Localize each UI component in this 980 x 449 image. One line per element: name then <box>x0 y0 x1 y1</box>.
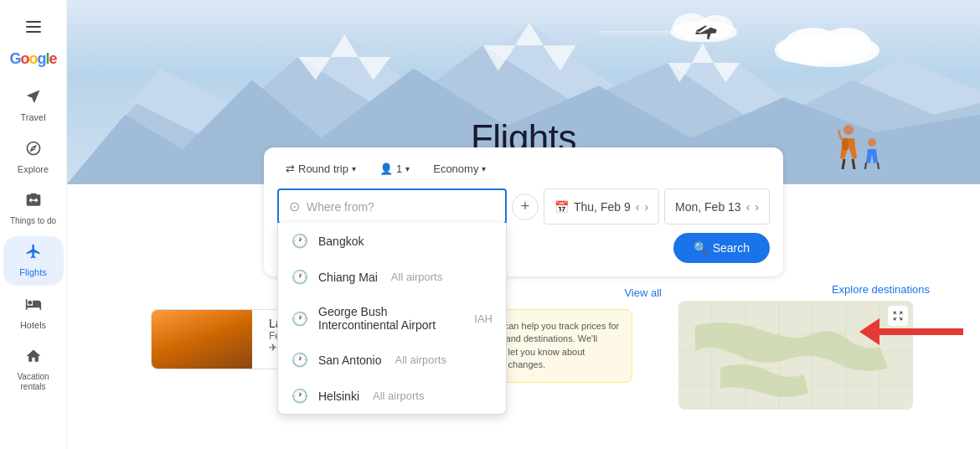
date-field-return[interactable]: Mon, Feb 13 ‹ › <box>664 188 770 224</box>
flights-icon <box>25 243 42 264</box>
figure-illustration <box>836 123 879 169</box>
things-to-do-icon <box>25 192 42 213</box>
travel-icon <box>25 88 42 109</box>
hotels-icon <box>25 296 42 317</box>
history-icon-san-antonio: 🕐 <box>291 352 308 368</box>
sidebar-item-flights[interactable]: Flights <box>3 236 64 285</box>
cabin-chevron: ▾ <box>482 164 486 173</box>
dropdown-item-bangkok[interactable]: 🕐 Bangkok <box>278 223 506 259</box>
sidebar-label-flights: Flights <box>19 267 46 278</box>
add-destination-button[interactable]: + <box>512 194 539 220</box>
dropdown-item-label-bangkok: Bangkok <box>318 235 364 248</box>
history-icon-bangkok: 🕐 <box>291 233 308 249</box>
trip-type-chevron: ▾ <box>352 164 356 173</box>
passengers-button[interactable]: 👤 1 ▾ <box>371 157 418 180</box>
dropdown-code-george-bush: IAH <box>474 312 493 325</box>
airplane-area <box>695 23 720 44</box>
from-field[interactable]: ⊙ Where from? <box>277 188 507 224</box>
date-field-depart[interactable]: 📅 Thu, Feb 9 ‹ › <box>544 188 659 224</box>
date2-prev[interactable]: ‹ <box>746 200 750 214</box>
explore-destinations-link[interactable]: Explore destinations <box>678 283 930 296</box>
sidebar-item-vacation[interactable]: Vacation rentals <box>3 341 64 399</box>
dropdown-item-chiang-mai[interactable]: 🕐 Chiang Mai All airports <box>278 259 506 295</box>
dropdown-suffix-chiang-mai: All airports <box>391 271 442 283</box>
sidebar-label-explore: Explore <box>18 164 49 175</box>
hamburger-line-1 <box>26 21 41 23</box>
sidebar-item-hotels[interactable]: Hotels <box>3 289 64 338</box>
sidebar-item-explore[interactable]: Explore <box>3 133 64 182</box>
dropdown-item-label-helsinki: Helsinki <box>318 390 359 403</box>
svg-rect-16 <box>842 138 848 150</box>
bottom-section: View all Las Vegas Feb 5–12 ✈ Nonstop · … <box>67 276 980 416</box>
arrow-head <box>859 318 879 345</box>
person-icon: 👤 <box>379 163 393 175</box>
red-arrow-indicator <box>859 318 963 345</box>
sidebar-label-things: Things to do <box>10 216 56 226</box>
dropdown-item-george-bush[interactable]: 🕐 George Bush Intercontinental Airport I… <box>278 295 506 342</box>
arrow-shaft <box>879 328 963 335</box>
dropdown-item-san-antonio[interactable]: 🕐 San Antonio All airports <box>278 342 506 378</box>
calendar-icon: 📅 <box>554 200 569 214</box>
dropdown-suffix-san-antonio: All airports <box>395 354 446 366</box>
page-wrapper: Google Travel Explore Things to do Fligh <box>0 0 980 449</box>
date1-prev[interactable]: ‹ <box>636 200 640 214</box>
return-date: Mon, Feb 13 <box>675 200 741 214</box>
nonstop-icon: ✈ <box>269 342 277 354</box>
dropdown-item-label-san-antonio: San Antonio <box>318 354 382 367</box>
search-options: ⇄ Round trip ▾ 👤 1 ▾ Economy ▾ <box>277 157 770 180</box>
svg-point-9 <box>775 38 817 63</box>
cabin-class-label: Economy <box>433 163 478 175</box>
sidebar-label-travel: Travel <box>20 112 45 123</box>
depart-date: Thu, Feb 9 <box>574 200 631 214</box>
cabin-class-button[interactable]: Economy ▾ <box>425 157 494 180</box>
svg-point-17 <box>868 138 876 147</box>
search-button[interactable]: 🔍 Search <box>673 233 770 263</box>
search-card: ⇄ Round trip ▾ 👤 1 ▾ Economy ▾ <box>264 147 783 276</box>
search-dropdown: 🕐 Bangkok 🕐 Chiang Mai All airports 🕐 Ge… <box>277 223 507 415</box>
search-inputs: ⊙ Where from? 🕐 Bangkok 🕐 Chiang Mai <box>277 188 770 224</box>
dropdown-item-label-george-bush: George Bush Intercontinental Airport <box>318 305 461 332</box>
passengers-chevron: ▾ <box>405 164 410 173</box>
map-illustration <box>678 301 913 410</box>
date2-next[interactable]: › <box>755 200 759 214</box>
cloud-illustration <box>745 17 896 67</box>
dropdown-item-label-chiang-mai: Chiang Mai <box>318 271 378 284</box>
svg-point-15 <box>843 125 854 135</box>
swap-icon: ⇄ <box>286 163 295 175</box>
destination-image-inner <box>152 310 252 369</box>
main-content: Flights ⇄ Round trip ▾ 👤 1 ▾ <box>67 0 980 449</box>
history-icon-george-bush: 🕐 <box>291 311 308 327</box>
from-field-wrapper: ⊙ Where from? 🕐 Bangkok 🕐 Chiang Mai <box>277 188 507 224</box>
dropdown-item-helsinki[interactable]: 🕐 Helsinki All airports <box>278 378 506 414</box>
trail-icon <box>599 30 699 37</box>
sidebar-label-vacation: Vacation rentals <box>7 372 60 392</box>
date1-next[interactable]: › <box>644 200 648 214</box>
history-icon-helsinki: 🕐 <box>291 388 308 404</box>
dropdown-suffix-helsinki: All airports <box>373 390 424 402</box>
search-btn-label: Search <box>713 241 750 255</box>
passengers-label: 1 <box>396 163 402 175</box>
map-card[interactable] <box>678 301 913 410</box>
from-placeholder: Where from? <box>307 200 374 214</box>
sidebar-label-hotels: Hotels <box>20 320 46 331</box>
sidebar-item-things-to-do[interactable]: Things to do <box>3 185 64 233</box>
right-bottom: Explore destinations <box>678 283 930 410</box>
adult-figure <box>836 123 861 169</box>
hamburger-menu[interactable] <box>17 10 50 44</box>
trip-type-button[interactable]: ⇄ Round trip ▾ <box>277 157 364 180</box>
explore-icon <box>25 140 42 161</box>
sidebar: Google Travel Explore Things to do Fligh <box>0 0 67 449</box>
svg-point-8 <box>821 28 871 61</box>
search-btn-icon: 🔍 <box>694 241 708 255</box>
hamburger-line-3 <box>26 31 41 33</box>
trip-type-label: Round trip <box>298 163 348 175</box>
hamburger-line-2 <box>26 26 41 28</box>
google-logo: Google <box>9 50 56 68</box>
search-card-wrapper: ⇄ Round trip ▾ 👤 1 ▾ Economy ▾ <box>67 164 980 276</box>
history-icon-chiang-mai: 🕐 <box>291 269 308 285</box>
location-dot-icon: ⊙ <box>289 199 300 214</box>
vacation-icon <box>25 348 42 369</box>
destination-image <box>152 310 252 369</box>
sidebar-item-travel[interactable]: Travel <box>3 81 64 130</box>
